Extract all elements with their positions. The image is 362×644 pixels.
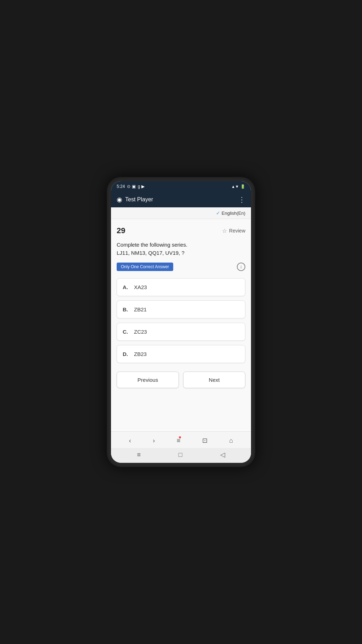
phone-screen: 5:24 ⊙ ▣ g ▶ ▲▼ 🔋 ◉ Test Player ⋮ ✓ Engl… <box>111 181 251 463</box>
next-button[interactable]: Next <box>183 372 245 388</box>
gesture-bar: ≡ □ ◁ <box>111 448 251 463</box>
option-b[interactable]: B. ZB21 <box>117 300 245 318</box>
status-battery-icon: 🔋 <box>240 184 245 189</box>
system-nav-bar: ‹ › ≡ ⊡ ⌂ <box>111 431 251 448</box>
recents-nav-icon[interactable]: ⊡ <box>199 435 210 446</box>
option-c-text: ZC23 <box>134 329 147 335</box>
gesture-back-icon[interactable]: ◁ <box>220 451 225 459</box>
option-c[interactable]: C. ZC23 <box>117 323 245 341</box>
option-a-label: A. <box>123 284 129 290</box>
option-b-label: B. <box>123 306 129 312</box>
content-area: 29 ☆ Review Complete the following serie… <box>111 219 251 431</box>
nav-buttons: Previous Next <box>117 372 245 394</box>
question-number: 29 <box>117 226 125 235</box>
previous-button[interactable]: Previous <box>117 372 179 388</box>
answer-type-badge: Only One Correct Answer <box>117 263 173 271</box>
app-header: ◉ Test Player ⋮ <box>111 192 251 207</box>
question-line1: Complete the following series. <box>117 242 187 248</box>
status-left: 5:24 ⊙ ▣ g ▶ <box>117 184 145 189</box>
back-nav-icon[interactable]: ‹ <box>126 436 134 446</box>
status-network-icon: ▲▼ <box>231 184 239 189</box>
info-icon[interactable]: i <box>237 263 245 271</box>
badge-row: Only One Correct Answer i <box>117 263 245 271</box>
language-selector[interactable]: ✓ English(En) <box>216 210 245 216</box>
phone-device: 5:24 ⊙ ▣ g ▶ ▲▼ 🔋 ◉ Test Player ⋮ ✓ Engl… <box>107 177 255 467</box>
app-header-left: ◉ Test Player <box>117 196 153 203</box>
status-bar: 5:24 ⊙ ▣ g ▶ ▲▼ 🔋 <box>111 181 251 192</box>
home-nav-icon[interactable]: ⌂ <box>226 436 236 446</box>
option-d-label: D. <box>123 351 129 357</box>
question-line2: LJ11, NM13, QQ17, UV19, ? <box>117 250 185 256</box>
menu-dot-indicator <box>179 436 181 438</box>
gesture-square-icon[interactable]: □ <box>179 451 182 459</box>
status-time: 5:24 <box>117 184 125 189</box>
menu-nav-icon[interactable]: ≡ <box>174 436 183 446</box>
back-circle-icon[interactable]: ◉ <box>117 196 122 203</box>
option-a[interactable]: A. XA23 <box>117 278 245 296</box>
language-label: English(En) <box>222 211 245 216</box>
option-c-label: C. <box>123 329 129 335</box>
star-icon: ☆ <box>222 228 227 234</box>
language-bar: ✓ English(En) <box>111 207 251 219</box>
option-a-text: XA23 <box>134 284 147 290</box>
more-options-icon[interactable]: ⋮ <box>238 195 245 204</box>
question-text: Complete the following series. LJ11, NM1… <box>117 241 245 257</box>
option-d[interactable]: D. ZB23 <box>117 345 245 363</box>
option-d-text: ZB23 <box>134 351 147 357</box>
checkmark-icon: ✓ <box>216 210 220 216</box>
forward-nav-icon[interactable]: › <box>150 436 158 446</box>
status-icons: ⊙ ▣ <box>127 184 135 189</box>
app-title: Test Player <box>125 196 153 203</box>
options-list: A. XA23 B. ZB21 C. ZC23 D. ZB23 <box>117 278 245 363</box>
gesture-menu-icon[interactable]: ≡ <box>137 451 141 459</box>
option-b-text: ZB21 <box>134 306 147 312</box>
review-label: Review <box>229 228 245 234</box>
question-header: 29 ☆ Review <box>117 226 245 235</box>
status-right: ▲▼ 🔋 <box>231 184 245 189</box>
review-button[interactable]: ☆ Review <box>222 228 245 234</box>
status-signal: g ▶ <box>138 184 145 189</box>
